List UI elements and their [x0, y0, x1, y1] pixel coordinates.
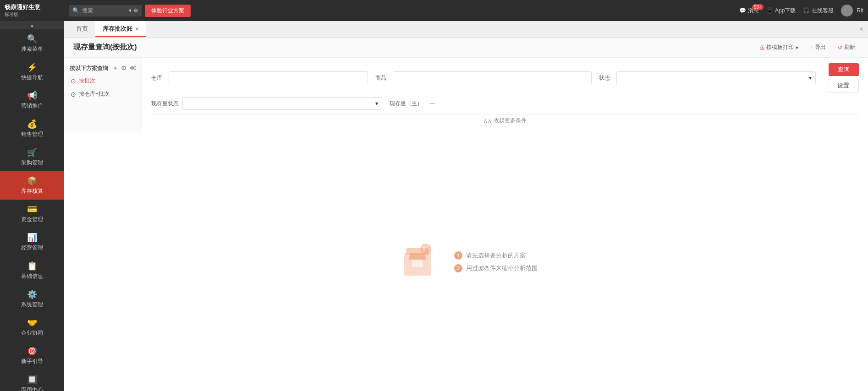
sidebar: ▲ 🔍 搜索菜单 ⚡ 快捷导航 📢 营销推广 💰 销售管理 🛒 采购管理 📦 库… — [0, 21, 64, 391]
main-layout: ▲ 🔍 搜索菜单 ⚡ 快捷导航 📢 营销推广 💰 销售管理 🛒 采购管理 📦 库… — [0, 21, 868, 391]
sidebar-label-quick-nav: 快捷导航 — [21, 74, 43, 81]
refresh-label: 刷新 — [844, 43, 855, 51]
settings-icon[interactable]: ⚙ — [133, 7, 138, 14]
user-avatar[interactable]: Rit — [841, 5, 863, 16]
sidebar-item-sales[interactable]: 💰 销售管理 — [0, 114, 64, 143]
online-service-btn[interactable]: 🎧 在线客服 — [803, 7, 834, 15]
sidebar-label-marketing: 营销推广 — [21, 102, 43, 110]
status-label: 状态 — [599, 74, 613, 82]
top-bar: 畅康通好生意 标准版 🔍 搜索 ▾ ⚙ 体验行业方案 💬 消息 99+ 📱 Ap… — [0, 0, 868, 21]
settings-button[interactable]: 设置 — [828, 79, 859, 92]
warehouse-more-icon: ··· — [359, 75, 364, 81]
stock-status-dropdown-icon: ▾ — [375, 100, 378, 107]
scheme-by-warehouse-batch[interactable]: ⊙ 按仓库+批次 — [64, 87, 142, 101]
empty-state-inner: ! 1 请先选择要分析的方案 2 用过滤条件来缩小分析范围 — [395, 239, 538, 285]
sidebar-item-newbie[interactable]: 🎯 新手引导 — [0, 342, 64, 370]
top-search-bar[interactable]: 🔍 搜索 ▾ ⚙ — [69, 5, 142, 16]
app-logo: 畅康通好生意 标准版 — [5, 3, 64, 18]
sidebar-icon-operations: 📊 — [27, 233, 37, 243]
sidebar-icon-inventory: 📦 — [27, 176, 37, 186]
stock-status-field: 现存量状态 ▾ — [151, 97, 382, 110]
product-field: 商品 ··· — [375, 71, 592, 84]
message-btn[interactable]: 💬 消息 99+ — [739, 7, 759, 15]
stock-qty-label: 现存量（主） — [390, 100, 423, 108]
sidebar-icon-finance: 💳 — [27, 204, 37, 214]
sidebar-item-inventory[interactable]: 📦 库存核算 — [0, 171, 64, 200]
empty-state-icon: ! — [395, 239, 440, 285]
sidebar-icon-quick-nav: ⚡ — [27, 62, 37, 72]
empty-tip-1: 1 请先选择要分析的方案 — [454, 251, 538, 260]
stock-status-label: 现存量状态 — [151, 100, 179, 108]
experience-btn[interactable]: 体验行业方案 — [145, 5, 191, 17]
message-badge: 99+ — [752, 4, 764, 10]
export-btn[interactable]: ↑ 导出 — [807, 42, 830, 53]
collapse-scheme-icon[interactable]: ≪ — [129, 64, 136, 72]
app-download-btn[interactable]: 📱 App下载 — [766, 7, 796, 15]
add-scheme-icon[interactable]: ＋ — [112, 64, 118, 72]
sidebar-icon-app-center: 🔲 — [27, 375, 37, 385]
warehouse-input[interactable]: ··· — [169, 71, 368, 84]
sidebar-icon-marketing: 📢 — [27, 91, 37, 101]
sidebar-label-basics: 基础信息 — [21, 272, 43, 280]
filter-panel: 按以下方案查询 ＋ ⊙ ≪ ⊙ 按批次 ⊙ 按仓库+批次 — [64, 58, 868, 132]
online-service-label: 在线客服 — [812, 7, 834, 15]
status-select[interactable]: ▾ — [616, 71, 816, 84]
headset-icon: 🎧 — [803, 7, 810, 14]
svg-text:!: ! — [423, 245, 425, 253]
refresh-btn[interactable]: ↺ 刷新 — [834, 42, 859, 53]
user-name: Rit — [857, 7, 863, 14]
sidebar-icon-search-menu: 🔍 — [27, 34, 37, 44]
sidebar-item-finance[interactable]: 💳 资金管理 — [0, 200, 64, 228]
tab-close-main-icon[interactable]: × — [859, 25, 863, 33]
tip-num-1: 1 — [454, 251, 462, 260]
settings-scheme-icon[interactable]: ⊙ — [121, 64, 126, 72]
sidebar-label-finance: 资金管理 — [21, 216, 43, 223]
page-title: 现存量查询(按批次) — [73, 43, 137, 52]
query-button[interactable]: 查询 — [829, 63, 859, 76]
product-input[interactable]: ··· — [393, 71, 592, 84]
tab-home-label: 首页 — [76, 25, 88, 33]
scheme-by-batch[interactable]: ⊙ 按批次 — [64, 74, 142, 87]
scheme-batch-label: 按批次 — [79, 77, 95, 85]
tab-close-icon[interactable]: × — [135, 26, 139, 32]
sidebar-item-marketing[interactable]: 📢 营销推广 — [0, 86, 64, 114]
scheme-batch-icon: ⊙ — [71, 77, 76, 85]
filter-fields: 仓库 ··· 商品 ··· — [142, 58, 868, 132]
sidebar-label-newbie: 新手引导 — [21, 358, 43, 365]
sidebar-item-purchase[interactable]: 🛒 采购管理 — [0, 143, 64, 171]
sidebar-item-basics[interactable]: 📋 基础信息 — [0, 256, 64, 285]
message-icon: 💬 — [739, 7, 746, 14]
sidebar-label-sales: 销售管理 — [21, 130, 43, 138]
sidebar-icon-system: ⚙️ — [27, 289, 37, 299]
stock-qty-field: 现存量（主） — — [390, 100, 621, 108]
collapse-label: 收起更多条件 — [494, 117, 527, 125]
tab-inventory-batch[interactable]: 库存批次账 × — [95, 21, 146, 37]
tab-inventory-batch-label: 库存批次账 — [103, 25, 132, 33]
filter-actions: 查询 设置 — [823, 63, 859, 92]
collapse-more-btn[interactable]: ∧∧ 收起更多条件 — [151, 114, 859, 126]
sidebar-label-enterprise: 企业协同 — [21, 329, 43, 337]
print-template-btn[interactable]: 🖨 按模板打印 ▾ — [755, 42, 802, 53]
tab-home[interactable]: 首页 — [69, 21, 95, 37]
sidebar-item-quick-nav[interactable]: ⚡ 快捷导航 — [0, 58, 64, 86]
top-bar-center: 体验行业方案 — [145, 5, 739, 17]
sidebar-item-app-center[interactable]: 🔲 应用中心 — [0, 370, 64, 391]
empty-tip-2: 2 用过滤条件来缩小分析范围 — [454, 264, 538, 272]
sidebar-item-enterprise[interactable]: 🤝 企业协同 — [0, 313, 64, 342]
stock-status-select[interactable]: ▾ — [182, 97, 382, 110]
sidebar-label-purchase: 采购管理 — [21, 159, 43, 167]
sidebar-item-system[interactable]: ⚙️ 系统管理 — [0, 285, 64, 313]
sidebar-icon-enterprise: 🤝 — [27, 318, 37, 328]
page-header: 现存量查询(按批次) 🖨 按模板打印 ▾ ↑ 导出 ↺ 刷新 — [64, 38, 868, 58]
sidebar-item-operations[interactable]: 📊 经营管理 — [0, 228, 64, 256]
status-field: 状态 ▾ — [599, 71, 816, 84]
print-template-label: 按模板打印 — [766, 43, 794, 51]
sidebar-label-inventory: 库存核算 — [21, 187, 43, 195]
app-name: 畅康通好生意 — [5, 3, 40, 11]
search-placeholder: 搜索 — [82, 7, 93, 15]
sidebar-scroll-up[interactable]: ▲ — [0, 21, 64, 29]
tip-text-1: 请先选择要分析的方案 — [466, 251, 526, 260]
filter-scheme-icons: ＋ ⊙ ≪ — [112, 64, 136, 72]
filter-scheme-list: 按以下方案查询 ＋ ⊙ ≪ ⊙ 按批次 ⊙ 按仓库+批次 — [64, 58, 142, 132]
sidebar-item-search-menu[interactable]: 🔍 搜索菜单 — [0, 29, 64, 58]
